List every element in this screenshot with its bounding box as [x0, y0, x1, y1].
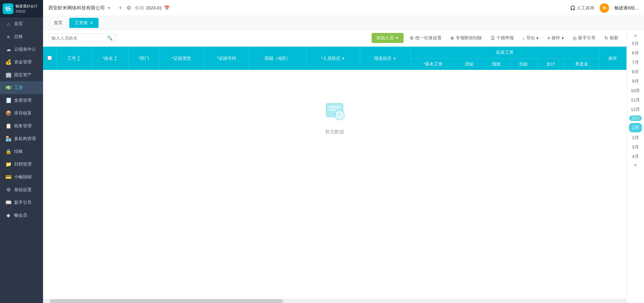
- tab-wage-close-icon[interactable]: ✕: [90, 20, 93, 25]
- sidebar-item-home[interactable]: ⌂ 首页: [0, 17, 43, 30]
- refresh-action[interactable]: ↻ 刷新: [602, 34, 621, 42]
- help-label: 人工咨询: [577, 5, 594, 11]
- scrollbar-thumb[interactable]: [50, 299, 283, 303]
- operation-dropdown-icon: ▾: [562, 36, 564, 41]
- sidebar-item-invoice[interactable]: 🧾 发票管理: [0, 94, 43, 107]
- settings-gear-icon[interactable]: ⚙: [126, 5, 131, 11]
- month-item-3[interactable]: 3月: [627, 142, 644, 152]
- add-company-icon[interactable]: ＋: [118, 4, 123, 11]
- sidebar-item-ledger[interactable]: ≡ 总账: [0, 30, 43, 43]
- sidebar-item-label: 总账: [14, 34, 23, 40]
- empty-state-icon: ?: [321, 97, 348, 124]
- special-deduction-action[interactable]: ⊕ 专项附加扣除: [448, 34, 485, 42]
- add-person-dropdown-arrow: ▼: [395, 36, 399, 40]
- main-area: 西安虾米网络科技有限公司 ▼ ＋ ⚙ 账期 2023-01 📅 🎧 人工咨询 畅…: [43, 0, 644, 303]
- export-dropdown-icon: ▾: [536, 36, 539, 41]
- wage-table: 工号 ▲▼ *姓名 ▲▼ *部门 *证据类型: [43, 47, 627, 162]
- sidebar-item-label: 库存核算: [14, 110, 32, 116]
- th-personnel-status: *人员状态 ▼: [306, 47, 360, 70]
- user-name[interactable]: 畅捷通B组...: [614, 5, 639, 11]
- social-insurance-action[interactable]: ⚙ 统一社保设置: [407, 34, 444, 42]
- month-item-5[interactable]: 5月: [627, 39, 644, 48]
- social-insurance-icon: ⚙: [410, 35, 414, 41]
- tab-home[interactable]: 首页: [48, 18, 68, 28]
- month-item-11[interactable]: 11月: [627, 95, 644, 105]
- table-container: 工号 ▲▼ *姓名 ▲▼ *部门 *证据类型: [43, 47, 627, 299]
- th-pension: 养老金: [564, 58, 599, 70]
- sidebar-item-checkout[interactable]: 🔒 结账: [0, 145, 43, 158]
- th-job-number: 工号 ▲▼: [56, 47, 91, 70]
- panel-up-arrow[interactable]: ▲: [633, 31, 638, 39]
- sidebar-item-expense[interactable]: 💳 小畅报销: [0, 171, 43, 183]
- export-action[interactable]: ↓ 导出 ▾: [520, 34, 541, 42]
- company-selector[interactable]: 西安虾米网络科技有限公司 ▼: [48, 5, 111, 11]
- th-deductions: 扣款: [510, 58, 537, 70]
- th-total: 合计: [537, 58, 565, 70]
- search-input[interactable]: [51, 36, 105, 41]
- topbar-right: 🎧 人工咨询 畅 畅捷通B组...: [570, 3, 639, 13]
- th-action: 操作: [599, 47, 627, 70]
- refresh-label: 刷新: [610, 35, 618, 41]
- add-person-button[interactable]: 添加人员 ▼: [372, 33, 404, 43]
- sidebar-item-label: 固定资产: [14, 72, 32, 78]
- horizontal-scrollbar[interactable]: [43, 299, 627, 303]
- personnel-status-filter-icon[interactable]: ▼: [342, 56, 345, 60]
- empty-state: ? 暂无数据: [43, 70, 627, 162]
- tax-icon: 📋: [5, 123, 11, 129]
- panel-down-arrow[interactable]: ▼: [633, 161, 638, 169]
- membership-icon: ◆: [5, 212, 11, 218]
- tab-wage[interactable]: 工资表 ✕: [69, 18, 99, 28]
- right-panel: ▲ 5月 6月 7月 8月 9月 10月 11月 12月 2023 1月 2月 …: [627, 30, 644, 303]
- month-item-4[interactable]: 4月: [627, 152, 644, 161]
- month-item-12[interactable]: 12月: [627, 105, 644, 114]
- job-number-sort[interactable]: 工号 ▲▼: [60, 55, 88, 62]
- wage-toolbar: 🔍 添加人员 ▼ ⚙ 统一社保设置 ⊕ 专项附加扣除 ☰ 个税申报: [43, 30, 627, 47]
- expense-icon: 💳: [5, 174, 11, 180]
- month-item-7[interactable]: 7月: [627, 58, 644, 67]
- sidebar-item-funds[interactable]: 💰 资金管理: [0, 56, 43, 69]
- guide-action[interactable]: ◎ 新手引导: [570, 34, 598, 42]
- month-item-9[interactable]: 9月: [627, 77, 644, 86]
- checkbox-header[interactable]: [43, 47, 56, 70]
- sidebar-item-cloud-report[interactable]: ☁ 云报表中心: [0, 43, 43, 56]
- sidebar-item-membership[interactable]: ◆ 畅会员: [0, 209, 43, 222]
- month-item-1[interactable]: 1月: [629, 123, 642, 132]
- guide-icon: 📖: [5, 200, 11, 206]
- tax-filing-action[interactable]: ☰ 个税申报: [488, 34, 517, 42]
- month-item-2[interactable]: 2月: [627, 133, 644, 142]
- submit-status-filter-icon[interactable]: ▼: [393, 56, 396, 60]
- sidebar-item-archive[interactable]: 📁 归档管理: [0, 158, 43, 171]
- multi-org-icon: 🏪: [5, 136, 11, 142]
- topbar-icons: ＋ ⚙: [118, 4, 131, 11]
- archive-icon: 📁: [5, 161, 11, 167]
- empty-state-cell: ? 暂无数据: [43, 70, 627, 162]
- year-label: 2023: [629, 116, 641, 121]
- th-name: *姓名 ▲▼: [91, 47, 129, 70]
- social-insurance-label: 统一社保设置: [415, 35, 442, 41]
- sidebar-item-label: 基础设置: [14, 187, 32, 193]
- month-item-6[interactable]: 6月: [627, 48, 644, 58]
- operation-action[interactable]: ≡ 操作 ▾: [545, 34, 567, 42]
- sidebar-item-inventory[interactable]: 📦 库存核算: [0, 107, 43, 120]
- empty-state-text: 暂无数据: [325, 129, 344, 135]
- logo-sub: 旗舰版: [15, 9, 38, 14]
- calendar-icon[interactable]: 📅: [164, 5, 169, 10]
- sidebar-item-label: 多机构管理: [14, 136, 36, 142]
- month-item-10[interactable]: 10月: [627, 86, 644, 95]
- th-submit-status: 报送状态 ▼: [360, 47, 411, 70]
- sidebar-item-wage[interactable]: 💵 工资: [0, 81, 43, 94]
- sidebar-item-multi-org[interactable]: 🏪 多机构管理: [0, 132, 43, 145]
- sidebar-item-tax[interactable]: 📋 税务管理: [0, 120, 43, 132]
- th-payroll-group: 应发工资: [411, 47, 599, 58]
- help-button[interactable]: 🎧 人工咨询: [570, 5, 594, 11]
- sidebar-item-label: 发票管理: [14, 97, 32, 103]
- sidebar-item-guide[interactable]: 📖 新手引导: [0, 196, 43, 209]
- svg-text:?: ?: [338, 113, 340, 118]
- ledger-icon: ≡: [5, 34, 11, 40]
- sidebar-item-fixed-assets[interactable]: 🏢 固定资产: [0, 69, 43, 81]
- special-deduction-label: 专项附加扣除: [456, 35, 482, 41]
- select-all-checkbox[interactable]: [47, 56, 52, 60]
- name-sort[interactable]: *姓名 ▲▼: [95, 55, 125, 62]
- month-item-8[interactable]: 8月: [627, 67, 644, 77]
- sidebar-item-settings[interactable]: ⚙ 基础设置: [0, 183, 43, 196]
